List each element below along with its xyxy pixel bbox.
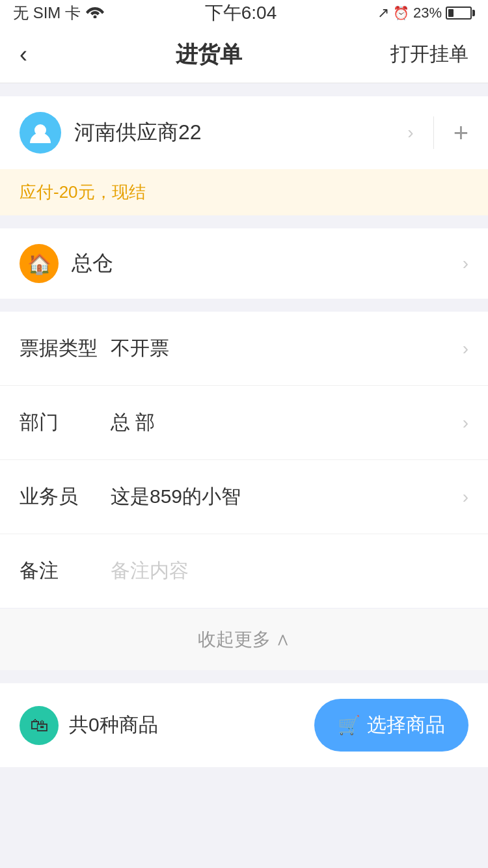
section-gap-1 bbox=[0, 83, 488, 96]
supplier-actions: › + bbox=[407, 116, 468, 149]
dept-value: 总 部 bbox=[98, 409, 463, 436]
vertical-divider bbox=[433, 116, 434, 149]
warehouse-name: 总仓 bbox=[72, 249, 463, 278]
select-product-label: 选择商品 bbox=[367, 712, 445, 739]
notice-bar: 应付-20元，现结 bbox=[0, 169, 488, 215]
status-bar: 无 SIM 卡 下午6:04 ↗ ⏰ 23% bbox=[0, 0, 488, 26]
warehouse-section: 🏠 总仓 › bbox=[0, 228, 488, 299]
alarm-icon: ⏰ bbox=[393, 5, 409, 21]
dept-label: 部门 bbox=[20, 409, 98, 436]
add-supplier-button[interactable]: + bbox=[454, 118, 468, 148]
remark-input[interactable]: 备注内容 bbox=[98, 558, 468, 584]
dept-chevron-icon: › bbox=[463, 413, 468, 433]
product-icon: 🛍 bbox=[30, 714, 48, 736]
invoice-value: 不开票 bbox=[98, 335, 463, 362]
wifi-icon bbox=[86, 4, 104, 22]
invoice-row[interactable]: 票据类型 不开票 › bbox=[0, 312, 488, 386]
form-section: 票据类型 不开票 › 部门 总 部 › 业务员 这是859的小智 › 备注 备注… bbox=[0, 312, 488, 608]
warehouse-chevron-icon: › bbox=[463, 253, 468, 274]
salesman-chevron-icon: › bbox=[463, 487, 468, 508]
nav-bar: ‹ 进货单 打开挂单 bbox=[0, 26, 488, 83]
product-count-text: 共0种商品 bbox=[69, 712, 158, 739]
open-pending-button[interactable]: 打开挂单 bbox=[390, 41, 468, 68]
warehouse-icon: 🏠 bbox=[27, 252, 51, 275]
product-count-wrap: 🛍 共0种商品 bbox=[20, 706, 158, 745]
supplier-row[interactable]: 河南供应商22 › + bbox=[0, 96, 488, 169]
salesman-value: 这是859的小智 bbox=[98, 483, 463, 510]
carrier-text: 无 SIM 卡 bbox=[13, 3, 81, 23]
invoice-label: 票据类型 bbox=[20, 335, 98, 362]
supplier-section: 河南供应商22 › + 应付-20元，现结 bbox=[0, 96, 488, 215]
supplier-chevron-icon: › bbox=[407, 122, 413, 143]
supplier-avatar bbox=[20, 112, 61, 154]
supplier-name: 河南供应商22 bbox=[74, 118, 407, 147]
status-right: ↗ ⏰ 23% bbox=[377, 5, 475, 21]
status-left: 无 SIM 卡 bbox=[13, 3, 104, 23]
remark-label: 备注 bbox=[20, 558, 98, 584]
status-time: 下午6:04 bbox=[205, 1, 277, 25]
collapse-row[interactable]: 收起更多 ∧ bbox=[0, 609, 488, 670]
warehouse-row[interactable]: 🏠 总仓 › bbox=[0, 228, 488, 299]
bottom-bar: 🛍 共0种商品 🛒 选择商品 bbox=[0, 683, 488, 767]
svg-point-0 bbox=[94, 16, 97, 19]
page-title: 进货单 bbox=[176, 40, 242, 70]
dept-row[interactable]: 部门 总 部 › bbox=[0, 386, 488, 460]
battery-percent: 23% bbox=[413, 5, 442, 21]
select-product-button[interactable]: 🛒 选择商品 bbox=[314, 699, 468, 752]
invoice-chevron-icon: › bbox=[463, 338, 468, 359]
salesman-row[interactable]: 业务员 这是859的小智 › bbox=[0, 460, 488, 534]
page-background bbox=[0, 767, 488, 868]
remark-row[interactable]: 备注 备注内容 bbox=[0, 534, 488, 608]
battery-icon bbox=[446, 7, 475, 20]
product-icon-wrap: 🛍 bbox=[20, 706, 59, 745]
warehouse-icon-wrap: 🏠 bbox=[20, 244, 59, 283]
salesman-label: 业务员 bbox=[20, 483, 98, 510]
select-product-icon: 🛒 bbox=[338, 714, 360, 736]
location-icon: ↗ bbox=[377, 5, 389, 21]
back-button[interactable]: ‹ bbox=[20, 41, 27, 68]
